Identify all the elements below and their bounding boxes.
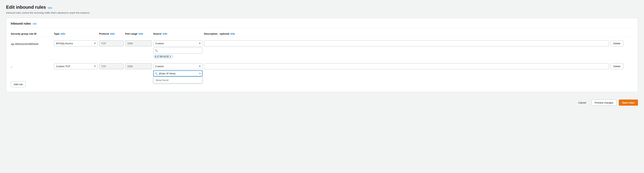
page-title-info-link[interactable]: Info [48,6,52,9]
description-input-1[interactable] [204,40,609,46]
port-range-cell-1 [125,40,152,46]
port-range-info-link[interactable]: Info [139,32,143,35]
tag-close-icon-1[interactable]: ✕ [170,55,172,58]
save-rules-button[interactable]: Save rules [619,100,638,106]
source-select-2[interactable]: Custom Anywhere-IPv4 Anywhere-IPv6 My IP [153,63,202,69]
page-title: Edit inbound rules [6,4,46,10]
type-cell-1: MYSQL/Aurora Custom TCP All traffic HTTP… [54,40,98,46]
page-header: Edit inbound rules Info [6,4,638,10]
port-range-cell-2 [125,63,152,69]
rule-id-cell-1: sgr-0082d2e4528905ed9 [11,40,52,46]
table-row: sgr-0082d2e4528905ed9 MYSQL/Aurora Custo… [11,38,633,60]
description-cell-1 [204,40,609,46]
source-cell-1: Custom Anywhere-IPv4 Anywhere-IPv6 My IP… [153,40,202,58]
search-clear-icon-2[interactable]: ✕ [199,72,201,75]
ip-tag-1: 8.17.90.41/32 ✕ [153,55,173,58]
cancel-button[interactable]: Cancel [575,100,589,106]
source-search-input-2[interactable] [153,70,202,76]
col-header-type: Type Info [54,32,98,35]
type-select-wrapper-1: MYSQL/Aurora Custom TCP All traffic HTTP… [54,40,98,46]
footer-actions: Cancel Preview changes Save rules [6,96,638,106]
page-subtitle: Inbound rules control the incoming traff… [6,11,638,14]
type-select-2[interactable]: Custom TCP MYSQL/Aurora All traffic HTTP… [54,63,98,69]
none-found-text: None found [156,79,168,82]
rule-id-cell-2: – [11,63,52,69]
table-row: – Custom TCP MYSQL/Aurora All traffic HT… [11,60,633,78]
preview-changes-button[interactable]: Preview changes [591,100,616,106]
table-header-row: Security group rule ID Type Info Protoco… [11,31,633,37]
col-header-port-range: Port range Info [125,32,152,35]
search-dropdown-2: None found [153,77,202,83]
protocol-input-1 [99,40,124,46]
delete-button-2[interactable]: Delete [610,63,623,69]
source-select-wrapper-2: Custom Anywhere-IPv4 Anywhere-IPv6 My IP… [153,63,202,69]
source-search-wrapper-1: 🔍 [153,48,202,54]
card-title: Inbound rules [11,22,31,25]
col-header-protocol: Protocol Info [99,32,124,35]
add-rule-button[interactable]: Add rule [11,81,26,87]
protocol-input-2 [99,63,124,69]
port-range-input-2 [125,63,152,69]
rules-table: Security group rule ID Type Info Protoco… [11,31,633,78]
source-select-wrapper-1: Custom Anywhere-IPv4 Anywhere-IPv6 My IP… [153,40,202,46]
actions-cell-2: Delete [610,63,633,69]
type-select-wrapper-2: Custom TCP MYSQL/Aurora All traffic HTTP… [54,63,98,69]
type-cell-2: Custom TCP MYSQL/Aurora All traffic HTTP… [54,63,98,69]
inbound-rules-card: Inbound rules Info Security group rule I… [6,18,638,92]
col-header-description: Description - optional Info [204,32,609,35]
description-cell-2 [204,63,609,69]
protocol-info-link[interactable]: Info [110,32,115,35]
delete-button-1[interactable]: Delete [610,40,623,46]
type-info-link[interactable]: Info [60,32,65,35]
source-search-wrapper-2: 🔍 ✕ None found [153,70,202,76]
source-search-input-1[interactable] [153,48,202,54]
protocol-cell-2 [99,63,124,69]
col-header-rule-id: Security group rule ID [11,32,52,35]
source-select-1[interactable]: Custom Anywhere-IPv4 Anywhere-IPv6 My IP [153,40,202,46]
rule-id-text-2: – [11,66,12,68]
description-input-2[interactable] [204,63,609,69]
col-header-source: Source Info [153,32,202,35]
source-row1-1: Custom Anywhere-IPv4 Anywhere-IPv6 My IP… [153,40,202,46]
card-header: Inbound rules Info [11,22,633,28]
port-range-input-1 [125,40,152,46]
ip-tag-container-1: 8.17.90.41/32 ✕ [153,55,173,58]
rule-id-text-1: sgr-0082d2e4528905ed9 [11,42,38,46]
actions-cell-1: Delete [610,40,633,46]
description-info-link[interactable]: Info [230,32,235,35]
source-info-link[interactable]: Info [163,32,167,35]
source-cell-2: Custom Anywhere-IPv4 Anywhere-IPv6 My IP… [153,63,202,76]
protocol-cell-1 [99,40,124,46]
type-select-1[interactable]: MYSQL/Aurora Custom TCP All traffic HTTP… [54,40,98,46]
source-row1-2: Custom Anywhere-IPv4 Anywhere-IPv6 My IP… [153,63,202,69]
card-info-link[interactable]: Info [33,22,37,25]
